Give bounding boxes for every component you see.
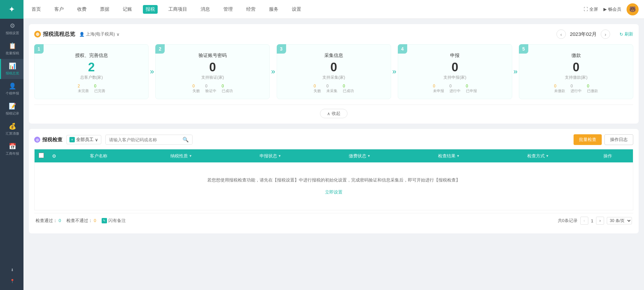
step-4-stats: 0 未申报 0 进行中 0 已申报 [433,84,477,93]
process-steps: 1 授权、完善信息 2 总客户数(家) 2 未完善 0 已完善 [34,44,633,99]
fullscreen-button[interactable]: ⛶ 全屏 [584,6,598,12]
tax-records-icon: 📝 [9,102,16,110]
step-2-stat-success[interactable]: 0 [222,84,233,88]
step-3-stat-fail[interactable]: 0 [314,84,321,88]
step-5-stat-mid: 0 [571,84,582,88]
sidebar-item-tax-overview[interactable]: 📊 报税总览 [0,59,23,79]
process-overview-card: ⊕ 报税流程总览 👤 上海(电子税局) ∨ ‹ 2023年02月 › ↻ 刷新 [29,24,639,124]
col-pay-status[interactable]: 缴费状态 ▼ [315,149,404,162]
nav-fees[interactable]: 收费 [74,5,89,14]
employee-selector[interactable]: ≡ 全部员工 ∨ [66,135,101,144]
content: ⊕ 报税流程总览 👤 上海(电子税局) ∨ ‹ 2023年02月 › ↻ 刷新 [23,19,644,290]
app-logo: ✦ [0,0,23,19]
step-3-number: 3 [277,44,286,54]
nav-menu: 首页 客户 收费 票据 记账 报税 工商项目 消息 管理 经营 服务 设置 [29,5,584,14]
setup-link[interactable]: 立即设置 [325,190,342,195]
step-1-stat-green[interactable]: 0 [94,84,105,88]
step-3-subtitle: 支持采集(家) [322,75,345,80]
play-icon: ▶ [603,7,607,12]
search-box: 🔍 [105,135,193,145]
col-customer: 客户名称 [60,149,137,162]
nav-operations[interactable]: 经营 [244,5,258,14]
step-3-card: 3 采集信息 0 支持采集(家) 0 失败 0 未采集 [277,44,391,99]
next-page-button[interactable]: › [596,217,604,225]
member-button[interactable]: ▶ 畅会员 [603,6,621,12]
location-tag[interactable]: 👤 上海(电子税局) ∨ [79,31,120,37]
month-nav: ‹ 2023年02月 › [556,29,610,39]
nav-business[interactable]: 工商项目 [166,5,190,14]
nav-home[interactable]: 首页 [29,5,44,14]
step-1-number: 1 [34,44,44,54]
sidebar-item-batch-tax[interactable]: 📋 批量报税 [0,39,23,59]
table-footer: 检查通过： 0 检查不通过： 0 ✎ 闪有备注 共0条记录 ‹ 1 › 30 条… [34,213,633,228]
step-3-stat-mid: 0 [326,84,337,88]
batch-tax-icon: 📋 [9,42,16,50]
step-1-stat-orange[interactable]: 2 [78,84,89,88]
sidebar-item-tax-records[interactable]: 📝 报税记录 [0,99,23,119]
select-all-checkbox[interactable] [39,153,44,158]
step-5-count: 0 [573,61,579,73]
sidebar-item-location[interactable]: 📍 [0,276,23,287]
prev-month-button[interactable]: ‹ [556,29,566,39]
sidebar-item-annual-report[interactable]: 📅 工商年报 [0,139,23,159]
sidebar-item-tax-settings[interactable]: ⚙ 报税设置 [0,19,23,39]
clearing-icon: 💰 [9,123,16,130]
check-header: ◎ 报税检查 ≡ 全部员工 ∨ 🔍 批量检查 操作日志 [34,134,633,145]
col-check-method[interactable]: 检查方式 ▼ [493,149,583,162]
nav-clients[interactable]: 客户 [52,5,66,14]
step-4-count: 0 [451,61,458,73]
operation-log-button[interactable]: 操作日志 [604,134,633,145]
filter-icon: ▼ [367,154,371,158]
nav-services[interactable]: 服务 [266,5,281,14]
check-table-container: ⚙ 客户名称 纳税性质 ▼ [34,149,633,210]
annual-report-icon: 📅 [9,143,16,150]
nav-accounting[interactable]: 记账 [120,5,135,14]
sidebar-item-individual-tax[interactable]: 👤 个税申报 [0,79,23,99]
sidebar-item-download[interactable]: ⬇ [0,265,23,276]
nav-messages[interactable]: 消息 [198,5,213,14]
col-check-result[interactable]: 检查结果 ▼ [404,149,493,162]
step-5-stats: 0 未缴款 0 进行中 0 已缴款 [554,84,598,93]
step-1-title: 授权、完善信息 [75,53,108,59]
col-tax-type[interactable]: 纳税性质 ▼ [137,149,226,162]
next-month-button[interactable]: › [601,29,610,39]
step-3-count: 0 [330,61,337,73]
step-2-count: 0 [209,61,216,73]
step-2-stats: 0 失败 0 验证中 0 已成功 [193,84,233,93]
step-2-stat-fail[interactable]: 0 [193,84,200,88]
nav-tax[interactable]: 报税 [143,5,158,14]
nav-invoices[interactable]: 票据 [97,5,112,14]
collapse-icon: ∧ [327,111,330,116]
note-indicator: ✎ 闪有备注 [102,218,126,224]
fail-stat: 检查不通过： 0 [66,218,96,224]
step-4-stat-fail[interactable]: 0 [433,84,444,88]
col-declare-status[interactable]: 申报状态 ▼ [226,149,315,162]
collapse-button[interactable]: ∧ 收起 [320,109,347,118]
step-3-stat-success[interactable]: 0 [343,84,354,88]
search-icon: 🔍 [182,137,189,142]
step-3-title: 采集信息 [324,53,343,59]
prev-page-button[interactable]: ‹ [580,217,588,225]
nav-settings[interactable]: 设置 [289,5,304,14]
col-operation: 操作 [583,149,633,162]
step-5-stat-fail[interactable]: 0 [554,84,565,88]
refresh-button[interactable]: ↻ 刷新 [620,31,633,37]
step-2-title: 验证账号密码 [199,53,227,59]
batch-check-button[interactable]: 批量检查 [574,134,602,145]
sidebar-item-clearing[interactable]: 💰 汇算清缴 [0,119,23,139]
filter-icon: ▼ [278,154,281,158]
nav-management[interactable]: 管理 [221,5,235,14]
tax-check-section: ◎ 报税检查 ≡ 全部员工 ∨ 🔍 批量检查 操作日志 [29,129,639,233]
user-icon: 👤 [79,32,85,37]
step-4-stat-success[interactable]: 0 [466,84,477,88]
select-all-header [35,149,48,162]
search-input[interactable] [106,136,179,144]
gear-icon[interactable]: ⚙ [52,153,56,159]
step-2-card: 2 验证账号密码 0 支持验证(家) 0 失败 0 验证中 [155,44,270,99]
step-5-stat-success[interactable]: 0 [587,84,598,88]
search-button[interactable]: 🔍 [179,135,192,144]
current-page: 1 [591,218,593,223]
per-page-select[interactable]: 30 条/页 [607,217,632,224]
user-avatar[interactable]: 🐻 [627,3,639,15]
step-3-stats: 0 失败 0 未采集 0 已成功 [314,84,354,93]
